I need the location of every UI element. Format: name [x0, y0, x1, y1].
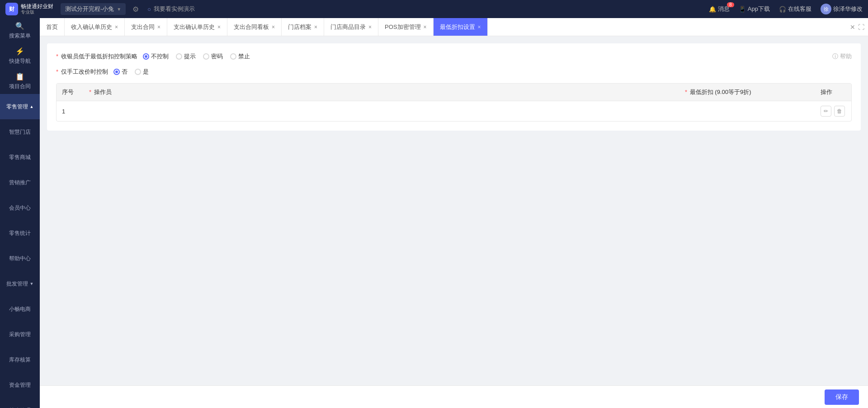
expand-tab-button[interactable]: ⛶: [858, 23, 864, 31]
sidebar-label: 搜索菜单: [9, 32, 31, 40]
sidebar-label: 营销推广: [9, 179, 31, 187]
radio-password[interactable]: 密码: [203, 52, 223, 61]
search-icon: 🔍: [15, 22, 24, 30]
sidebar-item-search[interactable]: 🔍 搜索菜单: [0, 18, 40, 43]
sidebar-label: 资金管理: [9, 381, 31, 389]
demo-link[interactable]: ○ 我要看实例演示: [147, 5, 195, 13]
radio-no[interactable]: 否: [113, 68, 127, 76]
tab-close-payment-confirm[interactable]: ×: [217, 24, 221, 30]
table-header: 序号 * 操作员 * 最低折扣 (9.00等于9折) 操作: [57, 84, 851, 101]
sidebar-item-marketing[interactable]: 营销推广: [0, 170, 40, 195]
tab-close-payment-board[interactable]: ×: [272, 24, 275, 30]
tab-close-min-discount[interactable]: ×: [478, 24, 481, 30]
radio-circle-no-control: [143, 53, 149, 60]
cell-min-discount: [679, 101, 815, 121]
sidebar-label: 采购管理: [9, 331, 31, 338]
radio-circle-no: [113, 69, 120, 75]
form-row-2: * 仅手工改价时控制 否 是: [56, 68, 852, 76]
tab-payment-confirm[interactable]: 支出确认单历史 ×: [167, 18, 227, 36]
online-support-button[interactable]: 🎧 在线客服: [779, 5, 811, 13]
project-selector[interactable]: 测试分开完程-小兔 ▼: [61, 3, 126, 15]
radio-circle-yes: [135, 69, 141, 75]
topbar-settings-icon[interactable]: ⚙: [129, 3, 142, 15]
tab-pos-password[interactable]: POS加密管理 ×: [378, 18, 433, 36]
col-actions: 操作: [815, 84, 851, 101]
settings-card: * 收银员低于最低折扣控制策略 不控制 提示: [47, 43, 861, 131]
field2-label: * 仅手工改价时控制: [56, 68, 108, 76]
sidebar-label: 批发管理: [6, 280, 28, 288]
required-star-2: *: [56, 68, 58, 75]
sidebar-item-retail-stats[interactable]: 零售统计: [0, 220, 40, 246]
sidebar-item-retail[interactable]: 零售管理 ▲: [0, 94, 40, 119]
notifications-button[interactable]: 🔔 消息 8: [709, 5, 730, 13]
chevron-down-icon: ▼: [30, 281, 34, 286]
user-menu[interactable]: 徐 徐泽华修改: [821, 4, 863, 14]
sidebar-label: 会员中心: [9, 204, 31, 212]
tab-min-discount[interactable]: 最低折扣设置 ×: [434, 18, 488, 36]
sidebar-label: 总账管理: [9, 407, 31, 408]
radio-circle-forbidden: [230, 53, 236, 60]
page-content: * 收银员低于最低折扣控制策略 不控制 提示: [40, 36, 868, 385]
sidebar-item-smart-store[interactable]: 智慧门店: [0, 119, 40, 145]
contract-icon: 📋: [15, 72, 24, 81]
tab-close-pos-password[interactable]: ×: [424, 24, 427, 30]
save-button[interactable]: 保存: [825, 389, 859, 405]
tab-close-store-products[interactable]: ×: [368, 24, 372, 30]
sidebar-item-accounting[interactable]: 总账管理: [0, 398, 40, 408]
sidebar-item-help[interactable]: 帮助中心: [0, 246, 40, 271]
headset-icon: 🎧: [779, 6, 786, 13]
radio-yes[interactable]: 是: [135, 68, 149, 76]
tab-close-store-file[interactable]: ×: [314, 24, 317, 30]
table-row: 1 ✏ 🗑: [57, 101, 851, 121]
edit-row-button[interactable]: ✏: [821, 106, 831, 117]
phone-icon: 📱: [739, 6, 746, 13]
help-link[interactable]: ⓘ 帮助: [832, 52, 852, 61]
sidebar-label: 库存核算: [9, 356, 31, 364]
tab-store-products[interactable]: 门店商品目录 ×: [324, 18, 378, 36]
tabbar: 首页 收入确认单历史 × 支出合同 × 支出确认单历史 × 支出合同看板 × 门…: [40, 18, 868, 36]
sidebar-label: 小畅电商: [9, 305, 31, 313]
tab-close-payment-contract[interactable]: ×: [157, 24, 160, 30]
sidebar-item-wholesale[interactable]: 批发管理 ▼: [0, 271, 40, 296]
sidebar-item-quicknav[interactable]: ⚡ 快捷导航: [0, 43, 40, 69]
sidebar-item-purchase[interactable]: 采购管理: [0, 322, 40, 347]
tab-home[interactable]: 首页: [40, 18, 65, 36]
sidebar-item-finance[interactable]: 资金管理: [0, 372, 40, 398]
radio-group-1: 不控制 提示 密码 禁止: [143, 52, 250, 61]
col-min-discount: * 最低折扣 (9.00等于9折): [679, 84, 815, 101]
tab-close-income-confirm[interactable]: ×: [115, 24, 118, 30]
sidebar-item-ecommerce[interactable]: 小畅电商: [0, 296, 40, 322]
sidebar-item-contracts[interactable]: 📋 项目合同: [0, 69, 40, 94]
tab-income-confirm[interactable]: 收入确认单历史 ×: [65, 18, 125, 36]
radio-circle-password: [203, 53, 209, 60]
question-icon: ⓘ: [832, 53, 838, 60]
tab-payment-contract[interactable]: 支出合同 ×: [125, 18, 167, 36]
close-all-tabs-button[interactable]: ✕: [850, 23, 855, 31]
cell-actions: ✏ 🗑: [815, 101, 851, 121]
sidebar-item-members[interactable]: 会员中心: [0, 195, 40, 220]
radio-no-control[interactable]: 不控制: [143, 52, 169, 61]
flash-icon: ⚡: [15, 47, 24, 56]
topbar-right: 🔔 消息 8 📱 App下载 🎧 在线客服 徐 徐泽华修改: [709, 4, 863, 14]
sidebar-item-retail-mall[interactable]: 零售商城: [0, 145, 40, 170]
bottom-bar: 保存: [40, 385, 868, 408]
cell-operator: [84, 101, 679, 121]
delete-row-button[interactable]: 🗑: [834, 106, 845, 117]
form-row-1: * 收银员低于最低折扣控制策略 不控制 提示: [56, 52, 852, 61]
discount-table: 序号 * 操作员 * 最低折扣 (9.00等于9折) 操作 1: [56, 83, 852, 122]
sidebar-item-inventory[interactable]: 库存核算: [0, 347, 40, 372]
required-star-1: *: [56, 53, 58, 60]
tab-store-file[interactable]: 门店档案 ×: [282, 18, 324, 36]
col-seq: 序号: [57, 84, 84, 101]
sidebar-label: 零售管理: [6, 103, 28, 111]
sidebar-label: 零售统计: [9, 230, 31, 237]
radio-forbidden[interactable]: 禁止: [230, 52, 250, 61]
tab-payment-board[interactable]: 支出合同看板 ×: [227, 18, 282, 36]
tabbar-actions: ✕ ⛶: [846, 23, 868, 31]
app-download-button[interactable]: 📱 App下载: [739, 5, 770, 13]
required-star-op: *: [89, 89, 91, 95]
sidebar-label: 零售商城: [9, 154, 31, 161]
field1-label: * 收银员低于最低折扣控制策略: [56, 52, 137, 61]
radio-hint[interactable]: 提示: [176, 52, 196, 61]
cell-seq: 1: [57, 101, 84, 121]
